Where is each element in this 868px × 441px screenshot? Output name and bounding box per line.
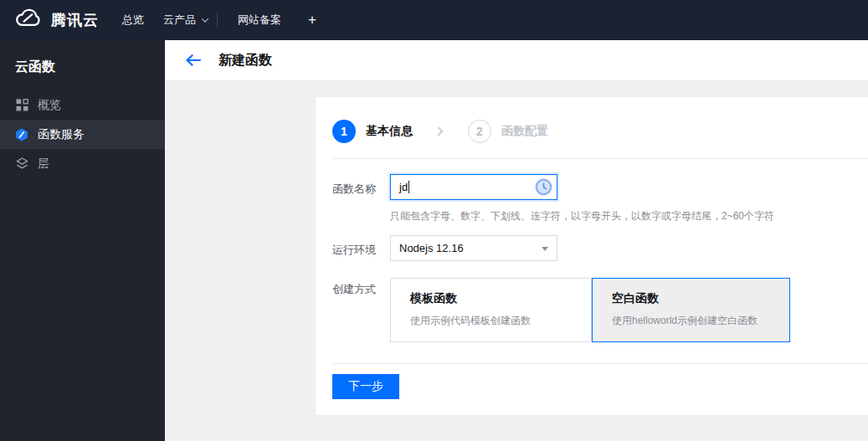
tencent-cloud-logo[interactable]: 腾讯云 xyxy=(13,8,99,33)
topbar: 腾讯云 总览 云产品 网站备案 + xyxy=(0,0,868,40)
step-number-badge: 2 xyxy=(468,120,491,143)
layers-icon xyxy=(15,157,28,170)
step-label: 函数配置 xyxy=(501,124,548,139)
page-title: 新建函数 xyxy=(218,52,272,69)
sidebar-item-label: 概览 xyxy=(38,98,61,113)
function-name-label: 函数名称 xyxy=(332,182,376,197)
function-name-value: jd xyxy=(399,181,408,193)
brand-name: 腾讯云 xyxy=(51,10,99,30)
clock-icon[interactable] xyxy=(535,178,552,199)
add-tab-button[interactable]: + xyxy=(308,12,316,28)
creation-method-label: 创建方式 xyxy=(332,282,376,297)
runtime-label: 运行环境 xyxy=(332,243,376,258)
sidebar-item-layers[interactable]: 层 xyxy=(0,149,165,178)
method-card-description: 使用示例代码模板创建函数 xyxy=(410,314,591,328)
topnav-overview[interactable]: 总览 xyxy=(122,13,144,28)
main-area: 新建函数 1 基本信息 2 函数配置 函数名称 jd xyxy=(165,40,868,441)
chevron-down-icon xyxy=(202,15,208,22)
method-card-blank-function[interactable]: 空白函数 使用helloworld示例创建空白函数 xyxy=(592,278,790,342)
back-button[interactable] xyxy=(185,54,202,67)
method-card-title: 空白函数 xyxy=(612,291,789,306)
text-cursor xyxy=(408,181,409,193)
page-header: 新建函数 xyxy=(165,40,868,81)
create-function-card: 1 基本信息 2 函数配置 函数名称 jd 只能包含字母、数字、下划线、连字符，… xyxy=(315,96,868,416)
step-label: 基本信息 xyxy=(366,124,413,139)
runtime-selected-value: Nodejs 12.16 xyxy=(399,242,464,254)
sidebar-item-label: 层 xyxy=(38,156,49,172)
top-navigation: 总览 云产品 网站备案 + xyxy=(122,12,316,28)
next-step-button[interactable]: 下一步 xyxy=(332,374,399,399)
step-chevron-icon xyxy=(434,126,443,136)
step-function-config: 2 函数配置 xyxy=(468,120,548,143)
function-hexagon-icon xyxy=(15,128,28,141)
method-card-template-function[interactable]: 模板函数 使用示例代码模板创建函数 xyxy=(390,278,592,342)
overview-grid-icon xyxy=(15,99,28,111)
topnav-products[interactable]: 云产品 xyxy=(163,13,208,28)
back-arrow-icon xyxy=(185,54,202,67)
function-name-input[interactable]: jd xyxy=(390,174,557,200)
topnav-icp[interactable]: 网站备案 xyxy=(238,13,281,28)
sidebar: 云函数 概览 函数服务 层 xyxy=(0,40,165,441)
step-number-badge: 1 xyxy=(332,120,356,143)
function-name-hint: 只能包含字母、数字、下划线、连字符，以字母开头，以数字或字母结尾，2~60个字符 xyxy=(390,209,774,223)
sidebar-item-overview[interactable]: 概览 xyxy=(0,90,165,120)
method-card-description: 使用helloworld示例创建空白函数 xyxy=(612,314,789,328)
method-card-title: 模板函数 xyxy=(410,291,591,306)
sidebar-item-label: 函数服务 xyxy=(38,127,85,142)
sidebar-item-function-service[interactable]: 函数服务 xyxy=(0,120,165,149)
wizard-steps: 1 基本信息 2 函数配置 xyxy=(332,120,548,143)
sidebar-title: 云函数 xyxy=(0,40,165,76)
topnav-products-label: 云产品 xyxy=(163,13,196,28)
divider xyxy=(332,158,868,159)
topnav-divider xyxy=(217,13,218,27)
creation-method-options: 模板函数 使用示例代码模板创建函数 空白函数 使用helloworld示例创建空… xyxy=(390,278,790,342)
runtime-select[interactable]: Nodejs 12.16 xyxy=(390,235,557,261)
cloud-logo-icon xyxy=(13,8,44,33)
select-caret-icon xyxy=(542,247,548,251)
step-basic-info: 1 基本信息 xyxy=(332,120,413,143)
divider xyxy=(332,363,868,364)
